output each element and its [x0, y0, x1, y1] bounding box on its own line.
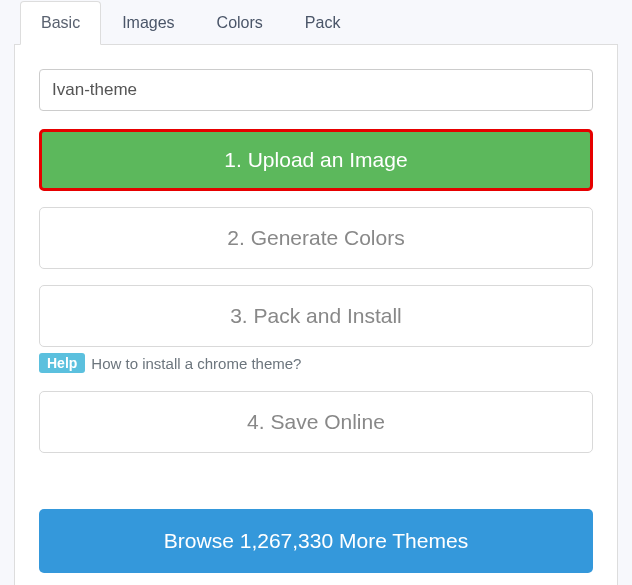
browse-themes-button[interactable]: Browse 1,267,330 More Themes [39, 509, 593, 573]
generate-colors-button[interactable]: 2. Generate Colors [39, 207, 593, 269]
theme-name-input[interactable] [39, 69, 593, 111]
tab-colors[interactable]: Colors [196, 1, 284, 45]
tab-pack[interactable]: Pack [284, 1, 362, 45]
help-badge[interactable]: Help [39, 353, 85, 373]
tab-bar: Basic Images Colors Pack [14, 0, 618, 45]
basic-panel: 1. Upload an Image 2. Generate Colors 3.… [14, 45, 618, 585]
save-online-button[interactable]: 4. Save Online [39, 391, 593, 453]
upload-image-button[interactable]: 1. Upload an Image [39, 129, 593, 191]
help-row: Help How to install a chrome theme? [39, 353, 593, 373]
pack-install-button[interactable]: 3. Pack and Install [39, 285, 593, 347]
help-text[interactable]: How to install a chrome theme? [91, 355, 301, 372]
tab-images[interactable]: Images [101, 1, 195, 45]
tab-basic[interactable]: Basic [20, 1, 101, 45]
